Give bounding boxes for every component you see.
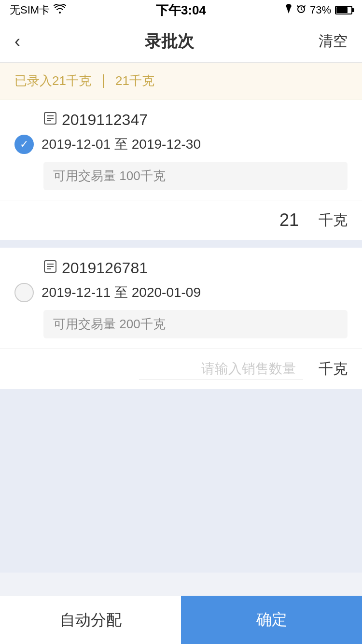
batch-date-row-2[interactable]: 2019-12-11 至 2020-01-09: [14, 283, 348, 302]
page-title: 录批次: [145, 30, 194, 53]
status-time: 下午3:04: [156, 2, 206, 19]
batch-volume-2: 可用交易量 200千克: [43, 310, 348, 338]
batch-icon-2: [43, 260, 57, 277]
carrier-info: 无SIM卡: [10, 3, 66, 17]
battery-text: 73%: [310, 4, 331, 16]
quantity-unit-1: 千克: [319, 210, 348, 230]
clear-button[interactable]: 清空: [319, 31, 348, 51]
batch-radio-1[interactable]: ✓: [14, 135, 34, 154]
carrier-text: 无SIM卡: [10, 3, 50, 17]
confirm-button[interactable]: 确定: [181, 596, 362, 644]
recorded-value: 21千克: [115, 72, 154, 89]
quantity-row-1: 21 千克: [0, 200, 362, 240]
wifi-icon: [54, 4, 66, 16]
batch-date-row-1[interactable]: ✓ 2019-12-01 至 2019-12-30: [14, 135, 348, 154]
batch-date-1: 2019-12-01 至 2019-12-30: [42, 135, 201, 154]
batch-date-2: 2019-12-11 至 2020-01-09: [42, 283, 201, 302]
back-button[interactable]: ‹: [14, 31, 20, 52]
empty-area: [0, 389, 362, 573]
check-icon-1: ✓: [20, 138, 28, 151]
quantity-input-area-2[interactable]: [14, 358, 303, 379]
info-banner: 已录入21千克 21千克: [0, 63, 362, 99]
batch-id-row-1: 2019112347: [43, 111, 348, 129]
quantity-value-1: 21: [279, 210, 299, 230]
quantity-input-2[interactable]: [158, 358, 303, 377]
auto-distribute-button[interactable]: 自动分配: [0, 596, 181, 644]
status-bar: 无SIM卡 下午3:04 73%: [0, 0, 362, 20]
input-underline: [139, 379, 303, 379]
system-icons: 73%: [285, 4, 352, 16]
location-icon: [285, 4, 292, 16]
section-divider: [0, 240, 362, 248]
batch-id-1: 2019112347: [62, 111, 148, 129]
batch-id-2: 2019126781: [62, 259, 148, 277]
alarm-icon: [296, 4, 306, 16]
recorded-amount: 已录入21千克: [14, 72, 91, 89]
battery-icon: [335, 6, 352, 14]
nav-bar: ‹ 录批次 清空: [0, 20, 362, 63]
batch-radio-2[interactable]: [14, 283, 34, 302]
banner-divider: [103, 74, 104, 88]
batch-volume-1: 可用交易量 100千克: [43, 162, 348, 190]
batch-item-2: 2019126781 2019-12-11 至 2020-01-09 可用交易量…: [0, 248, 362, 389]
quantity-unit-2: 千克: [319, 359, 348, 379]
batch-id-row-2: 2019126781: [43, 259, 348, 277]
batch-item-1: 2019112347 ✓ 2019-12-01 至 2019-12-30 可用交…: [0, 99, 362, 240]
bottom-buttons: 自动分配 确定: [0, 596, 362, 644]
quantity-row-2: 千克: [0, 348, 362, 389]
batch-icon-1: [43, 112, 57, 128]
